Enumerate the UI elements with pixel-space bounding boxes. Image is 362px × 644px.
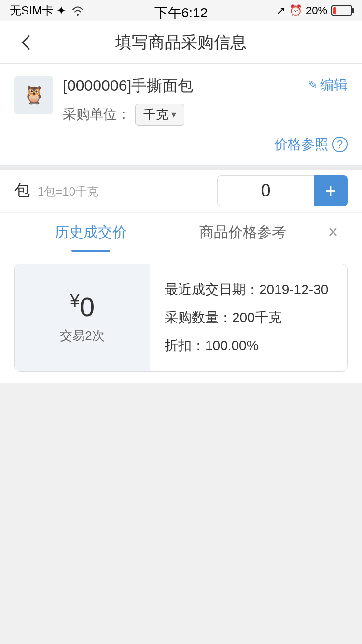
carrier-text: 无SIM卡 ✦ <box>10 3 66 18</box>
tab-section: 历史成交价 商品价格参考 × ¥0 交易2次 最近成交日期：2019-12-30… <box>0 213 362 383</box>
status-time: 下午6:12 <box>154 4 208 22</box>
price-ref-button[interactable]: 价格参照 ? <box>274 135 348 154</box>
product-name: [0000006]手撕面包 <box>63 76 193 96</box>
qty-plus-button[interactable]: + <box>314 175 348 206</box>
tab-active-underline <box>71 250 110 252</box>
qty-conversion-text: 1包=10千克 <box>38 184 98 199</box>
bottom-background <box>0 383 362 644</box>
qty-unit-label: 包 <box>14 180 30 201</box>
card-right: 最近成交日期：2019-12-30 采购数量：200千克 折扣：100.00% <box>150 264 347 371</box>
last-trade-date: 最近成交日期：2019-12-30 <box>165 280 333 300</box>
tab-product-price-ref[interactable]: 商品价格参考 <box>167 213 319 252</box>
edit-icon: ✎ <box>308 78 318 92</box>
card-left: ¥0 交易2次 <box>15 264 150 371</box>
price-value: 0 <box>80 292 95 322</box>
tab-history-price-label: 历史成交价 <box>55 223 127 242</box>
currency-symbol: ¥ <box>70 291 80 310</box>
wifi-icon <box>71 5 84 16</box>
battery-fill <box>333 7 336 14</box>
edit-button[interactable]: ✎ 编辑 <box>308 76 348 94</box>
back-arrow-icon <box>21 35 36 50</box>
trade-count: 交易2次 <box>60 327 104 344</box>
edit-label: 编辑 <box>320 76 348 94</box>
back-button[interactable] <box>14 28 43 57</box>
status-left: 无SIM卡 ✦ <box>10 3 84 18</box>
battery-icon <box>331 5 352 16</box>
unit-selector[interactable]: 千克 ▾ <box>135 104 184 126</box>
purchase-quantity: 采购数量：200千克 <box>165 308 333 328</box>
qty-input-group: 0 + <box>217 175 348 206</box>
product-thumbnail: 🦉 <box>14 76 53 114</box>
tab-close-button[interactable]: × <box>319 218 348 247</box>
page-title: 填写商品采购信息 <box>115 31 247 54</box>
discount: 折扣：100.00% <box>165 336 333 356</box>
close-icon: × <box>328 222 338 242</box>
qty-input-box[interactable]: 0 <box>217 175 314 206</box>
nav-bar: 填写商品采购信息 <box>0 21 362 64</box>
price-ref-row: 价格参照 ? <box>14 135 348 154</box>
tab-history-price[interactable]: 历史成交价 <box>14 213 167 252</box>
quantity-row: 包 1包=10千克 0 + <box>0 170 362 212</box>
alarm-icon: ⏰ <box>289 4 302 17</box>
product-left: 🦉 [0000006]手撕面包 采购单位： 千克 ▾ <box>14 76 193 126</box>
help-circle-icon: ? <box>332 137 348 152</box>
product-info: [0000006]手撕面包 采购单位： 千克 ▾ <box>63 76 193 126</box>
status-bar: 无SIM卡 ✦ 下午6:12 ↗ ⏰ 20% <box>0 0 362 21</box>
section-divider <box>0 165 362 170</box>
price-card: ¥0 交易2次 最近成交日期：2019-12-30 采购数量：200千克 折扣：… <box>14 264 348 372</box>
unit-value: 千克 <box>143 106 168 123</box>
unit-label: 采购单位： <box>63 105 130 124</box>
qty-label-group: 包 1包=10千克 <box>14 180 98 201</box>
battery-percent: 20% <box>306 4 327 17</box>
card-container: ¥0 交易2次 最近成交日期：2019-12-30 采购数量：200千克 折扣：… <box>0 252 362 383</box>
location-icon: ↗ <box>277 4 285 17</box>
product-section: 🦉 [0000006]手撕面包 采购单位： 千克 ▾ ✎ 编辑 价格参照 <box>0 64 362 165</box>
tab-product-price-ref-label: 商品价格参考 <box>199 223 286 242</box>
qty-value: 0 <box>261 181 270 201</box>
tab-bar: 历史成交价 商品价格参考 × <box>0 213 362 252</box>
purchase-unit-row: 采购单位： 千克 ▾ <box>63 104 193 126</box>
plus-icon: + <box>325 180 336 202</box>
dropdown-arrow-icon: ▾ <box>171 109 176 120</box>
price-ref-label: 价格参照 <box>274 135 328 154</box>
product-owl-icon: 🦉 <box>23 85 45 105</box>
card-price-display: ¥0 <box>70 291 95 322</box>
status-right: ↗ ⏰ 20% <box>277 4 352 17</box>
product-header: 🦉 [0000006]手撕面包 采购单位： 千克 ▾ ✎ 编辑 <box>14 76 348 126</box>
